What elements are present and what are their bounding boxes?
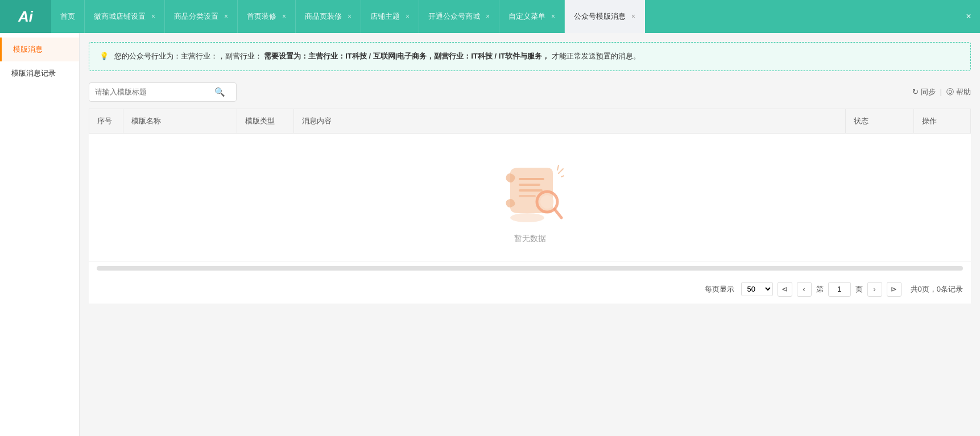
scrollbar-area: [89, 261, 971, 275]
sidebar-item-label: 模版消息记录: [11, 69, 56, 77]
empty-text: 暂无数据: [514, 234, 546, 244]
last-page-button[interactable]: ⊳: [887, 282, 902, 297]
col-header-type: 模版类型: [237, 109, 294, 133]
notice-prefix: 您的公众号行业为：主营行业：，副营行业：: [114, 52, 262, 60]
tab-close-icon[interactable]: ×: [348, 13, 352, 20]
svg-line-6: [555, 209, 561, 218]
col-header-index: 序号: [89, 109, 123, 133]
page-prefix: 第: [816, 284, 824, 294]
col-header-name: 模版名称: [123, 109, 237, 133]
nav-tab-menu[interactable]: 自定义菜单 ×: [499, 0, 565, 33]
tab-close-icon[interactable]: ×: [224, 13, 228, 20]
horizontal-scrollbar[interactable]: [97, 266, 963, 271]
content-area: 💡 您的公众号行业为：主营行业：，副营行业： 需要设置为：主营行业：IT科技 /…: [80, 33, 980, 436]
svg-line-10: [557, 165, 559, 170]
help-circle-icon: ⓪: [946, 87, 954, 97]
nav-tab-label: 商品分类设置: [174, 11, 218, 22]
nav-tab-label: 自定义菜单: [508, 11, 545, 22]
per-page-label: 每页显示: [705, 284, 734, 294]
table-header-row: 序号 模版名称 模版类型 消息内容 状态 操作: [89, 109, 971, 133]
tab-close-icon[interactable]: ×: [631, 13, 635, 20]
tab-close-icon[interactable]: ×: [486, 13, 490, 20]
notice-box: 💡 您的公众号行业为：主营行业：，副营行业： 需要设置为：主营行业：IT科技 /…: [89, 42, 971, 71]
per-page-select[interactable]: 50 10 20 100: [741, 282, 773, 296]
total-info: 共0页，0条记录: [911, 284, 963, 294]
tab-close-icon[interactable]: ×: [406, 13, 410, 20]
top-nav: Ai 首页 微商城店铺设置 × 商品分类设置 × 首页装修 × 商品页装修 × …: [0, 0, 980, 33]
sidebar-item-template-record[interactable]: 模版消息记录: [0, 61, 79, 85]
main-layout: 模版消息 模版消息记录 💡 您的公众号行业为：主营行业：，副营行业： 需要设置为…: [0, 33, 980, 436]
nav-tab-category[interactable]: 商品分类设置 ×: [165, 0, 238, 33]
notice-highlight: 需要设置为：主营行业：IT科技 / 互联网|电子商务，副营行业：IT科技 / I…: [264, 52, 549, 60]
nav-tab-shop-settings[interactable]: 微商城店铺设置 ×: [85, 0, 165, 33]
tab-close-icon[interactable]: ×: [282, 13, 286, 20]
svg-rect-3: [519, 189, 543, 192]
pagination-row: 每页显示 50 10 20 100 ⊲ ‹ 第 页 › ⊳ 共0页，0条记录: [89, 275, 971, 304]
col-header-content: 消息内容: [294, 109, 846, 133]
app-logo: Ai: [0, 0, 51, 33]
empty-illustration: [496, 156, 564, 225]
nav-tab-theme[interactable]: 店铺主题 ×: [361, 0, 419, 33]
close-all-button[interactable]: ×: [957, 0, 980, 33]
search-input-wrap: 🔍: [89, 82, 237, 102]
svg-rect-2: [519, 184, 540, 186]
sidebar-item-label: 模版消息: [13, 45, 43, 53]
next-page-button[interactable]: ›: [867, 282, 882, 297]
notice-suffix: 才能正常发送预置的消息。: [552, 52, 640, 60]
toolbar-divider: |: [940, 88, 942, 96]
nav-tab-label: 开通公众号商城: [428, 11, 480, 22]
tab-close-icon[interactable]: ×: [551, 13, 555, 20]
col-header-action: 操作: [914, 109, 971, 133]
nav-tab-label: 首页装修: [247, 11, 276, 22]
svg-line-8: [559, 169, 563, 173]
svg-rect-1: [519, 178, 544, 180]
nav-tab-home-decor[interactable]: 首页装修 ×: [238, 0, 296, 33]
nav-tab-template-msg[interactable]: 公众号模版消息 ×: [565, 0, 645, 33]
nav-tab-product-decor[interactable]: 商品页装修 ×: [296, 0, 361, 33]
sidebar: 模版消息 模版消息记录: [0, 33, 80, 436]
toolbar-right: ↻ 同步 | ⓪ 帮助: [912, 87, 971, 97]
nav-tab-mall[interactable]: 开通公众号商城 ×: [419, 0, 499, 33]
nav-tab-label: 首页: [60, 11, 75, 22]
empty-state: 暂无数据: [89, 134, 971, 261]
sync-label: 同步: [921, 87, 936, 97]
nav-tab-home[interactable]: 首页: [51, 0, 85, 33]
sidebar-item-template-msg[interactable]: 模版消息: [0, 38, 79, 61]
notice-bulb-icon: 💡: [100, 52, 109, 60]
help-button[interactable]: ⓪ 帮助: [946, 87, 971, 97]
svg-line-9: [561, 176, 564, 177]
sync-icon: ↻: [912, 88, 919, 96]
first-page-button[interactable]: ⊲: [778, 282, 792, 297]
prev-page-button[interactable]: ‹: [797, 282, 812, 297]
nav-tab-label: 店铺主题: [370, 11, 400, 22]
page-suffix: 页: [855, 284, 863, 294]
svg-rect-4: [519, 195, 536, 197]
search-input[interactable]: [95, 88, 214, 96]
help-label: 帮助: [956, 87, 971, 97]
svg-point-7: [540, 195, 554, 209]
tab-close-icon[interactable]: ×: [151, 13, 155, 20]
nav-tab-label: 商品页装修: [305, 11, 342, 22]
page-number-input[interactable]: [828, 282, 851, 297]
sync-button[interactable]: ↻ 同步: [912, 87, 936, 97]
svg-point-0: [510, 213, 544, 222]
data-table: 序号 模版名称 模版类型 消息内容 状态 操作: [89, 109, 971, 134]
nav-tab-label: 微商城店铺设置: [94, 11, 146, 22]
nav-tab-label: 公众号模版消息: [574, 11, 626, 22]
search-row: 🔍 ↻ 同步 | ⓪ 帮助: [89, 82, 971, 102]
col-header-status: 状态: [846, 109, 914, 133]
nav-tabs: 首页 微商城店铺设置 × 商品分类设置 × 首页装修 × 商品页装修 × 店铺主…: [51, 0, 957, 33]
search-icon[interactable]: 🔍: [214, 87, 225, 97]
